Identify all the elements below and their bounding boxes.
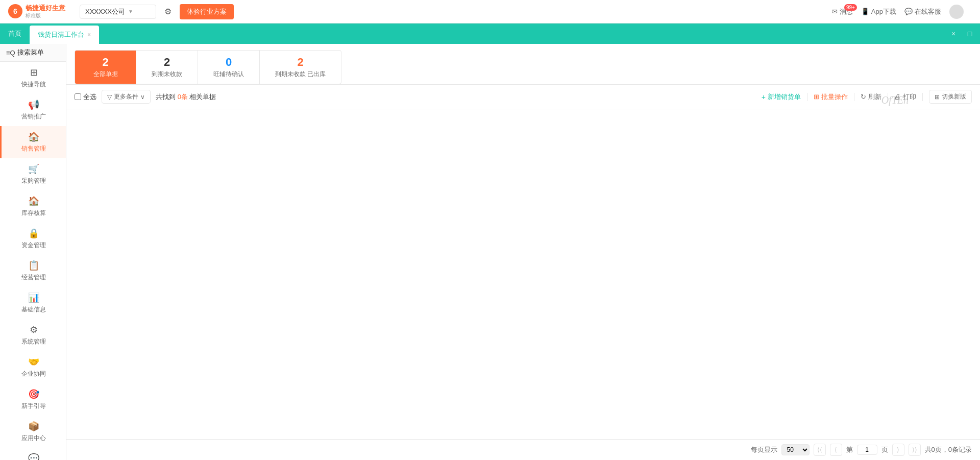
page-label: 第 bbox=[846, 445, 853, 454]
message-button[interactable]: ✉ 消息 99+ bbox=[832, 7, 853, 16]
sidebar-item-sales[interactable]: 🏠 销售管理 bbox=[0, 126, 66, 158]
select-all-checkbox[interactable]: 全选 bbox=[75, 92, 96, 102]
page-summary: 共0页，0条记录 bbox=[925, 445, 972, 454]
sidebar-item-system[interactable]: ⚙ 系统管理 bbox=[0, 319, 66, 351]
first-page-button[interactable]: ⟨⟨ bbox=[814, 444, 826, 456]
sidebar-item-app-center[interactable]: 📦 应用中心 bbox=[0, 416, 66, 448]
top-header: 6 畅捷通好生意 标准版 XXXXXX公司 ▼ ⚙ 体验行业方案 ✉ 消息 99… bbox=[0, 0, 980, 23]
company-selector[interactable]: XXXXXX公司 ▼ bbox=[80, 5, 156, 19]
next-page-button[interactable]: ⟩ bbox=[892, 444, 904, 456]
sidebar-label-basic-info: 基础信息 bbox=[21, 305, 46, 314]
basic-info-icon: 📊 bbox=[28, 292, 39, 303]
divider-1 bbox=[807, 93, 807, 101]
print-button[interactable]: 🖨 打印 bbox=[894, 92, 916, 102]
sidebar-item-marketing[interactable]: 📢 营销推广 bbox=[0, 94, 66, 126]
stat-tab-all[interactable]: 2 全部单据 bbox=[75, 51, 136, 84]
batch-icon: ⊞ bbox=[814, 93, 819, 101]
sidebar-item-wechat[interactable]: 💬 企业微信 bbox=[0, 448, 66, 460]
page-input[interactable] bbox=[857, 445, 877, 455]
pagination-bar: 每页显示 50 100 200 ⟨⟨ ⟨ 第 页 ⟩ ⟩⟩ 共0页，0条记录 bbox=[66, 439, 980, 460]
tab-maximize-button[interactable]: □ bbox=[964, 28, 976, 40]
logo-text: 畅捷通好生意 标准版 bbox=[26, 4, 65, 19]
last-page-button[interactable]: ⟩⟩ bbox=[909, 444, 921, 456]
tab-close-icon[interactable]: × bbox=[87, 31, 91, 38]
sidebar-item-basic-info[interactable]: 📊 基础信息 bbox=[0, 287, 66, 319]
sales-icon: 🏠 bbox=[28, 131, 39, 142]
divider-2 bbox=[854, 93, 854, 101]
main-layout: ≡Q 搜索菜单 ⊞ 快捷导航 📢 营销推广 🏠 销售管理 🛒 采购管理 🏠 库存… bbox=[0, 44, 980, 460]
stat-overdue-num: 2 bbox=[152, 56, 182, 69]
message-icon: ✉ bbox=[832, 8, 838, 15]
sidebar-label-enterprise: 企业协同 bbox=[21, 370, 46, 378]
trial-button[interactable]: 体验行业方案 bbox=[180, 4, 234, 19]
stat-overdue-shipped-label: 到期未收款 已出库 bbox=[275, 70, 326, 79]
print-icon: 🖨 bbox=[894, 93, 901, 101]
operations-icon: 📋 bbox=[28, 260, 39, 271]
content-area: 2 全部单据 2 到期未收款 0 旺辅待确认 2 到期未收款 已出库 bbox=[66, 44, 980, 460]
found-text: 共找到 0条 相关单据 bbox=[156, 92, 216, 102]
tab-home[interactable]: 首页 bbox=[0, 23, 30, 44]
search-menu-button[interactable]: ≡Q 搜索菜单 bbox=[0, 44, 66, 62]
logo-area: 6 畅捷通好生意 标准版 bbox=[8, 4, 75, 19]
stat-tab-overdue[interactable]: 2 到期未收款 bbox=[136, 51, 198, 84]
per-page-select[interactable]: 50 100 200 bbox=[781, 444, 810, 455]
sidebar-item-quick-nav[interactable]: ⊞ 快捷导航 bbox=[0, 62, 66, 94]
finance-icon: 🔒 bbox=[28, 228, 39, 239]
switch-icon: ⊞ bbox=[935, 93, 940, 101]
batch-button[interactable]: ⊞ 批量操作 bbox=[814, 92, 848, 102]
app-download-label: App下载 bbox=[871, 7, 896, 16]
app-download-button[interactable]: 📱 App下载 bbox=[861, 7, 896, 16]
tab-active-label: 钱货日清工作台 bbox=[38, 30, 84, 39]
sidebar-label-quick-nav: 快捷导航 bbox=[21, 80, 46, 89]
tab-bar: 首页 钱货日清工作台 × × □ bbox=[0, 23, 980, 44]
tab-qianhuoriqing[interactable]: 钱货日清工作台 × bbox=[30, 26, 99, 44]
stat-tab-overdue-shipped[interactable]: 2 到期未收款 已出库 bbox=[260, 51, 341, 84]
settings-button[interactable]: ⚙ bbox=[160, 4, 176, 19]
select-all-input[interactable] bbox=[75, 93, 81, 100]
refresh-icon: ↻ bbox=[861, 93, 866, 101]
filter-button[interactable]: ▽ 更多条件 ∨ bbox=[102, 90, 151, 104]
wechat-icon: 💬 bbox=[28, 453, 39, 460]
enterprise-icon: 🤝 bbox=[28, 356, 39, 368]
sidebar-label-finance: 资金管理 bbox=[21, 241, 46, 250]
online-service-label: 在线客服 bbox=[915, 7, 941, 16]
sidebar-item-operations[interactable]: 📋 经营管理 bbox=[0, 255, 66, 287]
sidebar-label-operations: 经营管理 bbox=[21, 273, 46, 282]
guide-icon: 🎯 bbox=[28, 389, 39, 400]
logo-icon: 6 bbox=[8, 4, 22, 18]
avatar[interactable] bbox=[949, 5, 964, 19]
refresh-button[interactable]: ↻ 刷新 bbox=[861, 92, 881, 102]
sidebar-item-guide[interactable]: 🎯 新手引导 bbox=[0, 383, 66, 416]
page-suffix: 页 bbox=[881, 445, 888, 454]
sidebar-label-inventory: 库存核算 bbox=[21, 209, 46, 217]
sidebar-item-enterprise[interactable]: 🤝 企业协同 bbox=[0, 351, 66, 383]
quick-nav-icon: ⊞ bbox=[30, 67, 38, 78]
tab-minimize-button[interactable]: × bbox=[947, 28, 960, 40]
switch-version-button[interactable]: ⊞ 切换新版 bbox=[929, 90, 972, 104]
tab-home-label: 首页 bbox=[8, 29, 21, 38]
new-sale-button[interactable]: + 新增销货单 bbox=[762, 92, 801, 102]
inventory-icon: 🏠 bbox=[28, 196, 39, 207]
new-sale-label: 新增销货单 bbox=[768, 92, 801, 102]
stat-tab-pending[interactable]: 0 旺辅待确认 bbox=[198, 51, 260, 84]
stats-tabs: 2 全部单据 2 到期未收款 0 旺辅待确认 2 到期未收款 已出库 bbox=[66, 44, 980, 85]
prev-page-button[interactable]: ⟨ bbox=[830, 444, 842, 456]
online-service-button[interactable]: 💬 在线客服 bbox=[904, 7, 941, 16]
system-icon: ⚙ bbox=[30, 324, 38, 335]
table-area bbox=[66, 109, 980, 439]
search-icon: ≡Q bbox=[6, 49, 15, 57]
marketing-icon: 📢 bbox=[28, 99, 39, 110]
stats-tabs-inner: 2 全部单据 2 到期未收款 0 旺辅待确认 2 到期未收款 已出库 bbox=[75, 50, 341, 84]
sidebar-item-purchase[interactable]: 🛒 采购管理 bbox=[0, 158, 66, 190]
filter-chevron: ∨ bbox=[140, 93, 145, 101]
divider-4 bbox=[922, 93, 923, 101]
tab-bar-right: × □ bbox=[947, 28, 980, 40]
filter-icon: ▽ bbox=[107, 93, 112, 101]
sidebar-label-marketing: 营销推广 bbox=[21, 112, 46, 121]
found-prefix: 共找到 bbox=[156, 93, 176, 101]
switch-label: 切换新版 bbox=[942, 92, 966, 101]
stat-all-label: 全部单据 bbox=[90, 70, 120, 79]
sidebar-item-inventory[interactable]: 🏠 库存核算 bbox=[0, 190, 66, 223]
sidebar-label-purchase: 采购管理 bbox=[21, 177, 46, 185]
sidebar-item-finance[interactable]: 🔒 资金管理 bbox=[0, 223, 66, 255]
